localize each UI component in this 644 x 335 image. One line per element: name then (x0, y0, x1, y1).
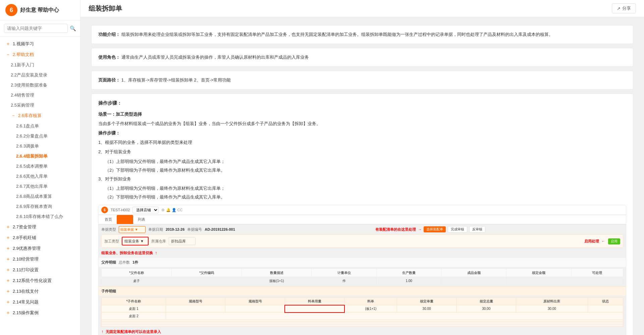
sidebar-item-other-out[interactable]: 2.6.7其他出库单 (0, 181, 80, 191)
search-input[interactable] (4, 24, 68, 33)
sidebar-item-coupon[interactable]: ＋ 2.9优惠券管理 (0, 243, 80, 254)
mock-th-prod-qty: 生产数量 (376, 269, 441, 277)
sidebar-item-ledger-err[interactable]: 2.6.10库存账本错了么办 (0, 212, 80, 222)
mock-child-row-1: 桌面 1 (板1+1) 30.00 30.00 30.00 (102, 305, 623, 313)
mock-th-bom-qty: 料单用量 (285, 297, 344, 305)
sidebar-item-online-pay[interactable]: ＋ 2.13在线支付 (0, 286, 80, 297)
plus-icon-pay: ＋ (5, 288, 11, 294)
mock-child-rest-2 (166, 313, 623, 320)
sidebar-item-cost-adj[interactable]: 2.6.5成本调整单 (0, 161, 80, 171)
mock-app-bar: 6 TEST-H002 选择店铺 ⚙ 🔔 👤 CC (99, 205, 626, 215)
mock-th-approved-total: 核定总量 (457, 297, 516, 305)
plus-icon-finance: ＋ (5, 224, 11, 230)
plus-icon: ＋ (5, 41, 11, 47)
sidebar: 6 好生意 帮助中心 🔍 ＋ 1.视频学习 － 2.帮助文档 2.1新手入门 2… (0, 0, 80, 335)
search-bar[interactable]: 🔍 (0, 20, 80, 37)
mock-child-bom-qty-1 (285, 305, 344, 313)
sidebar-item-cost-reset[interactable]: 2.6.8商品成本重算 (0, 191, 80, 202)
mock-parent-product-amt (441, 277, 506, 285)
mock-btn-cancel-review[interactable]: 反审核 (469, 226, 485, 233)
mock-child-label: 子件明细 (101, 288, 116, 294)
mock-child-row-6 (102, 325, 623, 327)
mock-warehouse-label: 所属仓库 (151, 238, 166, 244)
sidebar-item-cases[interactable]: ＋ 2.15操作案例 (0, 308, 80, 318)
sidebar-item-mobile[interactable]: ＋ 2.8手机旺铺 (0, 232, 80, 243)
annotation-bom-text: 有装配清单的在这里处理 (375, 226, 416, 233)
mock-parent-qty-desc: 据板(1+1) (242, 277, 312, 285)
mock-th-qty-desc: 数量描述 (242, 269, 312, 277)
sidebar-item-operation[interactable]: ＋ 2.10经营管理 (0, 254, 80, 265)
mock-warehouse-val[interactable]: 折扣品库 (169, 237, 196, 245)
mock-form-row2: 加工类型 组装业务 ▼ 所属仓库 折扣品库 启用处理 ← 启用 (101, 234, 623, 248)
mock-child-status-1 (588, 305, 623, 313)
sidebar-item-finance[interactable]: ＋ 2.7资金管理 (0, 222, 80, 232)
sidebar-item-docs[interactable]: － 2.帮助文档 (0, 49, 80, 60)
mock-parent-label: 父件明细 (101, 259, 116, 266)
sidebar-item-faq[interactable]: ＋ 2.14常见问题 (0, 297, 80, 308)
sidebar-item-purchase[interactable]: 2.5采购管理 (0, 100, 80, 110)
annotation-bottom-text: 无固定装配清单的可以在这里录入 (106, 329, 161, 335)
path-label: 页面路径： (98, 77, 120, 82)
mock-child-name-2: 桌面 2 (102, 313, 166, 320)
mock-th-raw-out: 原材料出库 (516, 297, 588, 305)
mock-btn-confirm[interactable]: 完成审核 (448, 226, 467, 233)
nav-section: ＋ 1.视频学习 － 2.帮助文档 2.1新手入门 2.2产品安装及登录 2.3… (0, 37, 80, 320)
annotation-enable-area: 启用处理 ← 启用 (584, 238, 620, 244)
function-intro-text: 组装拆卸单用来处理企业组装或拆卸等加工业务，支持有固定装配清单的产品加工业务，也… (121, 32, 553, 37)
mock-child-spec1-1 (166, 305, 225, 313)
sidebar-item-sales[interactable]: 2.4销售管理 (0, 90, 80, 100)
mock-parent-table-wrapper: *父件名称 *父件编码 数量描述 计量单位 生产数量 成品金额 核定金额 可处理 (99, 267, 626, 286)
mock-nav-icons: ⚙ 🔔 👤 CC (161, 207, 182, 213)
annotation-bottom-area: ↑ 无固定装配清单的可以在这里录入 (101, 327, 623, 335)
search-icon[interactable]: 🔍 (70, 25, 76, 32)
sidebar-item-video[interactable]: ＋ 1.视频学习 (0, 39, 80, 49)
role-label: 使用角色： (98, 55, 120, 60)
sidebar-item-split-count[interactable]: 2.6.2分量盘点单 (0, 131, 80, 141)
plus-icon-print: ＋ (5, 267, 11, 273)
mock-child-approved-unit-1: 30.00 (397, 305, 457, 313)
mock-process-val[interactable]: 组装业务 ▼ (122, 237, 149, 246)
plus-icon-cases: ＋ (5, 310, 11, 316)
role-card: 使用角色： 通常由生产人员或库管人员完成拆装业务的操作，库管人员确认原材料的出库… (91, 48, 633, 67)
mock-th-unit: 计量单位 (312, 269, 377, 277)
annotation-middle-area: 组装业务、拆卸业务在这里切换 ↑ (99, 248, 626, 258)
mock-select-shop[interactable]: 选择店铺 (132, 207, 159, 213)
mock-th-product-amt: 成品金额 (441, 269, 506, 277)
mock-th-approved-unit: 核定单量 (397, 297, 457, 305)
sidebar-item-assemble[interactable]: 2.6.4组装拆卸单 (0, 151, 80, 161)
mock-app-id: TEST-H002 (111, 207, 130, 213)
mock-th-bom: 料单 (344, 297, 397, 305)
mock-child-section: 子件明细 (99, 286, 626, 296)
function-intro-card: 功能介绍： 组装拆卸单用来处理企业组装或拆卸等加工业务，支持有固定装配清单的产品… (91, 25, 633, 44)
main-area: 组装拆卸单 ↗ 分享 功能介绍： 组装拆卸单用来处理企业组装或拆卸等加工业务，支… (80, 0, 644, 335)
sidebar-item-inventory[interactable]: － 2.6库存核算 (0, 110, 80, 121)
screenshot-container: 6 TEST-H002 选择店铺 ⚙ 🔔 👤 CC 首页 新增单 (98, 205, 626, 335)
sidebar-item-ledger[interactable]: 2.6.9库存账本查询 (0, 202, 80, 212)
mock-form-row1: 单据类型 组装单据 ▼ 单据日期 2019-12-26 单据编号 AD-2019… (99, 225, 626, 234)
mock-btn-enable[interactable]: 启用 (608, 238, 620, 244)
mock-tab-home[interactable]: 首页 (101, 215, 115, 224)
mock-child-row-2: 桌面 2 (102, 313, 623, 320)
mock-btn-select-bom[interactable]: 选择装配单 (424, 226, 446, 232)
sidebar-item-count[interactable]: 2.6.1盘点单 (0, 121, 80, 131)
sidebar-item-install[interactable]: 2.2产品安装及登录 (0, 70, 80, 80)
mock-child-raw-out-1: 30.00 (516, 305, 588, 313)
mock-tab-new[interactable]: 新增单 (117, 215, 133, 224)
mock-doc-type-val[interactable]: 组装单据 ▼ (119, 226, 146, 233)
mock-tab-list[interactable]: 列表 (135, 215, 149, 224)
sidebar-item-print[interactable]: ＋ 2.11打印设置 (0, 265, 80, 275)
sidebar-item-data-prep[interactable]: 2.3使用前数据准备 (0, 80, 80, 90)
mock-parent-table: *父件名称 *父件编码 数量描述 计量单位 生产数量 成品金额 核定金额 可处理 (101, 269, 623, 285)
sidebar-item-transfer[interactable]: 2.6.3调拨单 (0, 141, 80, 151)
mock-parent-processable (571, 277, 623, 285)
sidebar-item-other-in[interactable]: 2.6.6其他入库单 (0, 171, 80, 181)
arrow-right-icon: → (418, 226, 422, 233)
plus-icon-faq: ＋ (5, 299, 11, 305)
sidebar-item-personalize[interactable]: ＋ 2.12系统个性化设置 (0, 275, 80, 286)
plus-icon-mobile: ＋ (5, 235, 11, 241)
share-button[interactable]: ↗ 分享 (612, 3, 636, 13)
step2: 2、对于组装业务 (98, 148, 626, 156)
mock-parent-section: 父件明细 总件数 1件 (99, 258, 626, 267)
sidebar-item-newbie[interactable]: 2.1新手入门 (0, 60, 80, 70)
share-icon: ↗ (617, 6, 621, 11)
